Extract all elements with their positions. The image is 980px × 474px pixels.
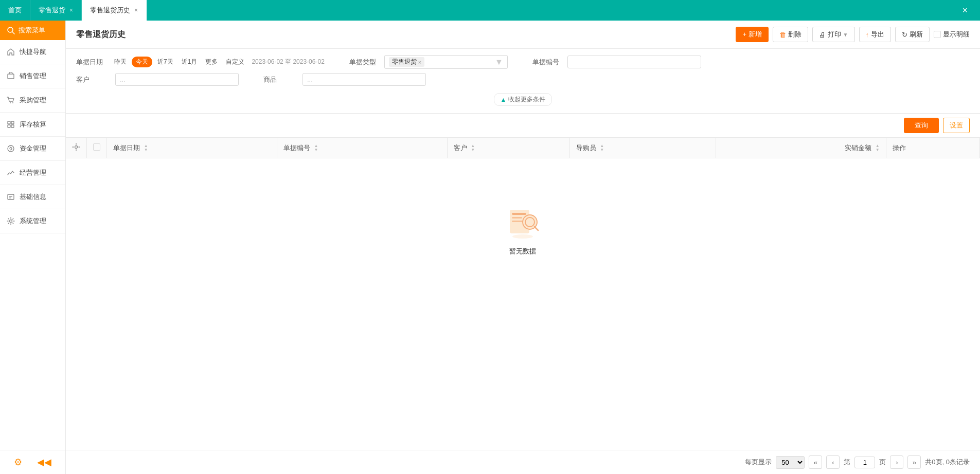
sidebar-item-sales[interactable]: 销售管理 (0, 64, 65, 88)
new-button[interactable]: + 新增 (736, 27, 768, 42)
settings-button-label: 设置 (950, 121, 963, 130)
print-button[interactable]: 🖨 打印 ▼ (812, 27, 855, 42)
sidebar-item-inventory[interactable]: 库存核算 (0, 113, 65, 137)
tab-home[interactable]: 首页 (0, 0, 30, 21)
th-guide-label: 导购员 (576, 144, 596, 152)
sidebar-item-purchase-label: 采购管理 (20, 96, 46, 105)
date-opt-yesterday[interactable]: 昨天 (111, 57, 130, 67)
date-opt-7days[interactable]: 近7天 (154, 57, 176, 67)
page-header: 零售退货历史 + 新增 🗑 删除 🖨 打印 ▼ ↑ 导出 (66, 21, 980, 49)
th-amount[interactable]: 实销金额 ▲▼ (716, 138, 886, 158)
svg-point-13 (10, 220, 12, 223)
main-layout: 搜索菜单 快捷导航 销售管理 采购管理 库存核算 (0, 21, 980, 474)
empty-state: 暂无数据 (66, 158, 980, 297)
svg-line-1 (12, 32, 14, 34)
svg-rect-7 (8, 125, 10, 127)
date-options: 昨天 今天 近7天 近1月 更多 自定义 2023-06-02 至 2023-0… (111, 57, 325, 67)
sidebar-item-purchase[interactable]: 采购管理 (0, 88, 65, 113)
svg-rect-8 (11, 125, 14, 127)
date-filter-label: 单据日期 (76, 58, 103, 67)
svg-line-22 (534, 227, 538, 230)
goods-dots: ... (307, 76, 421, 83)
sidebar-item-info[interactable]: 基础信息 (0, 185, 65, 209)
inventory-icon (6, 120, 15, 129)
sidebar-item-system-label: 系统管理 (20, 216, 46, 226)
page-last-btn[interactable]: » (907, 455, 921, 469)
sidebar-item-info-label: 基础信息 (20, 192, 46, 202)
purchase-icon (6, 96, 15, 105)
th-checkbox[interactable] (87, 138, 107, 158)
new-button-label: + 新增 (742, 30, 761, 39)
sidebar-item-finance-label: 资金管理 (20, 144, 46, 153)
type-tag-value: 零售退货 (392, 58, 417, 66)
svg-rect-6 (11, 121, 14, 124)
search-icon (6, 26, 15, 35)
th-guide[interactable]: 导购员 ▲▼ (569, 138, 716, 158)
filter-row-2: 客户 ... 商品 ... (76, 73, 970, 86)
collapse-button[interactable]: ▲ 收起更多条件 (494, 93, 553, 106)
sidebar-item-business[interactable]: 经营管理 (0, 161, 65, 185)
refresh-button[interactable]: ↻ 刷新 (895, 27, 930, 42)
page-prev-btn[interactable]: ‹ (826, 455, 840, 469)
page-next-btn[interactable]: › (890, 455, 903, 469)
export-button[interactable]: ↑ 导出 (859, 27, 892, 42)
customer-filter-select[interactable]: ... (115, 73, 239, 86)
th-date-sort: ▲▼ (144, 144, 148, 152)
type-tag-close[interactable]: × (418, 59, 421, 65)
query-button[interactable]: 查询 (904, 118, 939, 133)
page-title: 零售退货历史 (76, 29, 126, 40)
topbar-right: × (950, 5, 980, 16)
date-opt-custom[interactable]: 自定义 (223, 57, 247, 67)
table-header: 单据日期 ▲▼ 单据编号 ▲▼ 客户 ▲▼ 导购员 (66, 138, 980, 158)
svg-rect-18 (512, 217, 522, 218)
date-opt-today[interactable]: 今天 (132, 57, 152, 67)
delete-button[interactable]: 🗑 删除 (773, 27, 808, 42)
th-settings[interactable] (66, 138, 87, 158)
tab-retail-return-close[interactable]: × (69, 7, 73, 14)
table-body: 暂无数据 (66, 158, 980, 298)
select-all-checkbox[interactable] (93, 143, 100, 151)
info-icon (6, 192, 15, 202)
th-date-label: 单据日期 (113, 144, 140, 152)
display-detail-checkbox[interactable]: 显示明细 (934, 30, 970, 39)
sidebar-item-shortcut[interactable]: 快捷导航 (0, 40, 65, 64)
display-detail-check[interactable] (934, 31, 941, 38)
svg-point-15 (512, 234, 533, 239)
per-page-select[interactable]: 10 20 50 100 (776, 456, 805, 469)
goods-filter-select[interactable]: ... (302, 73, 426, 86)
th-customer[interactable]: 客户 ▲▼ (447, 138, 569, 158)
th-amount-sort: ▲▼ (876, 144, 880, 152)
page-first-btn[interactable]: « (809, 455, 822, 469)
top-bar: 首页 零售退货 × 零售退货历史 × × (0, 0, 980, 21)
th-voucher-no-label: 单据编号 (283, 144, 310, 152)
date-opt-1month[interactable]: 近1月 (179, 57, 201, 67)
th-voucher-no[interactable]: 单据编号 ▲▼ (277, 138, 447, 158)
th-date[interactable]: 单据日期 ▲▼ (107, 138, 277, 158)
tab-retail-return-history[interactable]: 零售退货历史 × (82, 0, 147, 21)
home-icon (6, 47, 15, 57)
pagination-bar: 每页显示 10 20 50 100 « ‹ 第 1 页 › » 共0页, 0条记… (66, 450, 980, 474)
date-opt-more[interactable]: 更多 (202, 57, 221, 67)
tab-retail-return-history-close[interactable]: × (134, 7, 138, 14)
filter-row-1: 单据日期 昨天 今天 近7天 近1月 更多 自定义 2023-06-02 至 2… (76, 55, 970, 69)
collapse-row: ▲ 收起更多条件 (76, 90, 970, 107)
sidebar-item-shortcut-label: 快捷导航 (20, 47, 46, 57)
type-filter-select[interactable]: 零售退货 × ▼ (384, 55, 508, 69)
settings-bottom-icon[interactable]: ⚙ (14, 457, 22, 468)
sidebar-search[interactable]: 搜索菜单 (0, 21, 65, 40)
sidebar-bottom: ⚙ ◀◀ (0, 450, 65, 474)
volume-bottom-icon[interactable]: ◀◀ (37, 457, 51, 468)
sales-icon (6, 71, 15, 81)
empty-state-cell: 暂无数据 (66, 158, 980, 298)
tab-retail-return-label: 零售退货 (39, 6, 65, 15)
settings-button[interactable]: 设置 (943, 118, 970, 133)
tab-retail-return[interactable]: 零售退货 × (30, 0, 82, 21)
th-customer-sort: ▲▼ (471, 144, 475, 152)
sidebar-item-system[interactable]: 系统管理 (0, 209, 65, 233)
page-input[interactable]: 1 (854, 457, 875, 468)
voucher-filter-input[interactable] (567, 56, 701, 68)
export-button-label: 导出 (871, 30, 884, 39)
sidebar-item-finance[interactable]: 资金管理 (0, 137, 65, 161)
empty-icon (502, 199, 543, 241)
window-close-button[interactable]: × (958, 5, 972, 16)
